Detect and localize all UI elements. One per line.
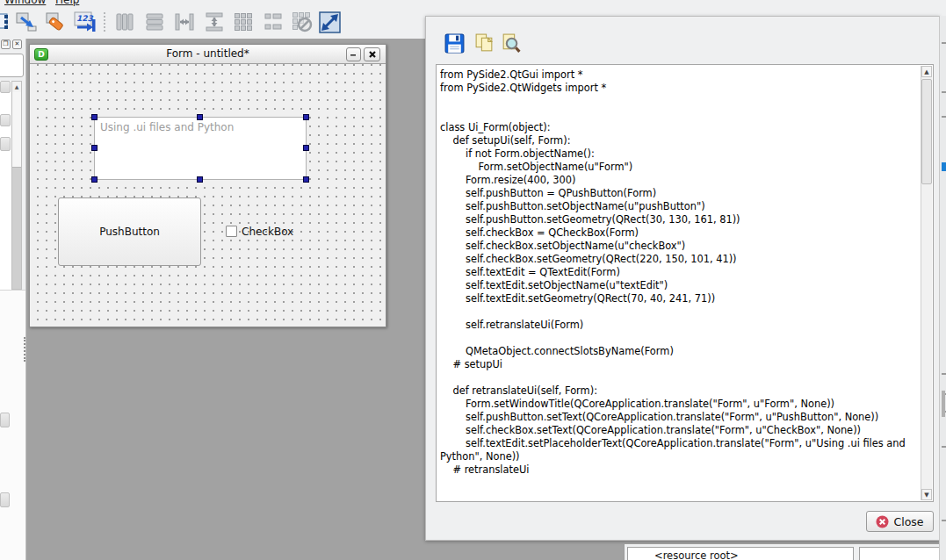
form-titlebar[interactable]: D Form - untitled* [30, 45, 386, 64]
code-scrollbar[interactable]: ▲ ▼ [921, 66, 932, 500]
code-view[interactable]: from PySide2.QtGui import * from PySide2… [436, 64, 934, 502]
selection-handle[interactable] [303, 145, 309, 151]
minimize-icon [350, 51, 357, 59]
generated-code: from PySide2.QtGui import * from PySide2… [440, 68, 919, 477]
widget-box-dock: ❐ ✕ ▲ [0, 39, 26, 560]
layout-horizontally-icon[interactable] [112, 10, 137, 34]
edit-signals-slots-icon[interactable] [14, 10, 39, 34]
close-red-icon [876, 515, 889, 528]
widget-category-row[interactable] [0, 137, 11, 151]
edit-widgets-icon[interactable] [0, 10, 12, 34]
scroll-up-icon[interactable]: ▲ [921, 66, 932, 77]
selection-handle[interactable] [197, 176, 203, 183]
layout-vertical-splitter-icon[interactable] [202, 10, 227, 34]
selection-handle[interactable] [303, 114, 309, 120]
edit-tab-order-icon[interactable]: 123 [72, 10, 97, 34]
dock-float-icon[interactable]: ❐ [1, 39, 11, 49]
checkbox-indicator[interactable] [226, 226, 237, 237]
widget-category-row[interactable] [0, 114, 11, 126]
widget-filter-input[interactable] [0, 54, 24, 77]
toolbar-separator [104, 12, 105, 32]
resource-root-item[interactable]: <resource root> [627, 547, 854, 560]
checkbox-label: CheckBox [242, 226, 293, 238]
layout-grid-icon[interactable] [231, 10, 256, 34]
menu-help[interactable]: Help [55, 0, 79, 6]
checkbox-widget[interactable]: CheckBox [226, 225, 293, 238]
menu-window[interactable]: Window [4, 0, 46, 6]
scroll-up-icon[interactable]: ▲ [12, 82, 21, 92]
selection-handle[interactable] [91, 176, 97, 183]
dock-close-icon[interactable]: ✕ [12, 39, 22, 49]
widget-box-list [0, 81, 11, 290]
selection-handle[interactable] [303, 176, 309, 183]
save-icon[interactable] [444, 32, 466, 55]
widget-category-row[interactable] [0, 413, 10, 427]
form-window-title: Form - untitled* [30, 47, 386, 60]
adjust-size-icon[interactable] [317, 10, 342, 34]
layout-vertically-icon[interactable] [142, 10, 167, 34]
form-editor-window: D Form - untitled* Using .ui files and P… [29, 44, 386, 327]
resource-browser-window: <resource root> [624, 543, 946, 560]
copy-icon[interactable] [473, 32, 496, 55]
edit-buddies-icon[interactable] [44, 10, 69, 34]
right-panel-edge [939, 16, 946, 560]
code-preview-dialog: from PySide2.QtGui import * from PySide2… [425, 16, 940, 541]
widget-box-scrollbar[interactable]: ▲ [11, 81, 22, 290]
scrollbar-thumb[interactable] [921, 79, 932, 184]
form-canvas[interactable]: Using .ui files and Python PushButton Ch… [31, 64, 385, 326]
break-layout-icon[interactable] [290, 10, 314, 34]
pushbutton-label: PushButton [99, 226, 160, 238]
resource-panel[interactable] [859, 547, 943, 560]
scrollbar-thumb[interactable] [12, 92, 21, 168]
scroll-down-icon[interactable]: ▼ [921, 489, 932, 500]
pushbutton-widget[interactable]: PushButton [58, 197, 201, 266]
selection-handle[interactable] [91, 145, 97, 151]
close-button-label: Close [893, 515, 923, 528]
menubar: Window Help [0, 0, 422, 7]
dock-splitter-handle[interactable] [24, 337, 26, 362]
widget-category-row[interactable] [0, 492, 10, 507]
layout-form-icon[interactable] [261, 10, 285, 34]
close-dialog-button[interactable]: Close [866, 511, 934, 532]
svg-text:123: 123 [76, 14, 94, 23]
textedit-widget[interactable]: Using .ui files and Python [94, 117, 307, 180]
close-button[interactable] [364, 47, 380, 61]
widget-category-row[interactable] [0, 81, 11, 93]
selection-handle[interactable] [197, 114, 203, 120]
minimize-button[interactable] [346, 47, 361, 61]
close-icon [368, 50, 377, 59]
find-icon[interactable] [500, 32, 523, 55]
qt-designer-screen: Window Help 123 [0, 0, 946, 560]
selection-handle[interactable] [91, 114, 97, 120]
layout-horizontal-splitter-icon[interactable] [172, 10, 197, 34]
